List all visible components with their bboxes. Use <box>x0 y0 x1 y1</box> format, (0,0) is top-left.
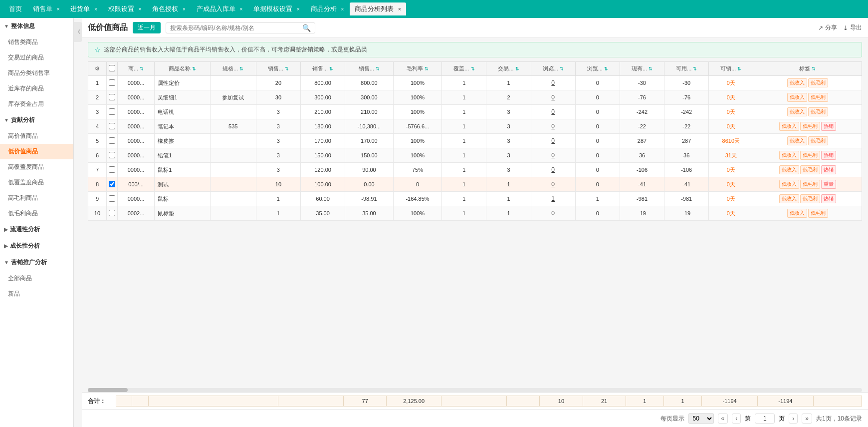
close-icon[interactable]: × <box>398 6 401 12</box>
qty-column-header[interactable]: 销售... ⇅ <box>256 62 300 76</box>
nav-permissions[interactable]: 权限设置 × <box>103 2 146 15</box>
sellable-column-header[interactable]: 可销... ⇅ <box>709 62 753 76</box>
browse-link[interactable]: 0 <box>551 137 555 144</box>
browse1-column-header[interactable]: 浏览... ⇅ <box>531 62 575 76</box>
margin-column-header[interactable]: 毛利率 ⇅ <box>393 62 442 76</box>
close-icon[interactable]: × <box>341 6 344 12</box>
prev-page-button[interactable]: ‹ <box>732 414 741 424</box>
row-checkbox[interactable] <box>109 181 115 187</box>
sidebar-item-stock-funds[interactable]: 库存资金占用 <box>0 96 73 112</box>
sidebar-collapse-button[interactable]: 《 <box>74 22 82 42</box>
browse-link[interactable]: 0 <box>551 123 555 130</box>
close-icon[interactable]: × <box>183 6 186 12</box>
row-browse1[interactable]: 0 <box>531 163 575 177</box>
close-icon[interactable]: × <box>297 6 300 12</box>
coverage-column-header[interactable]: 覆盖... ⇅ <box>442 62 486 76</box>
row-browse1[interactable]: 1 <box>531 192 575 206</box>
price-column-header[interactable]: 销售... ⇅ <box>301 62 345 76</box>
sidebar-item-sales-goods[interactable]: 销售类商品 <box>0 34 73 50</box>
sidebar-item-low-coverage[interactable]: 低覆盖度商品 <box>0 175 73 190</box>
sidebar-item-high-value[interactable]: 高价值商品 <box>0 128 73 144</box>
browse-link[interactable]: 0 <box>551 94 555 101</box>
browse-link[interactable]: 0 <box>551 210 555 217</box>
settings-column-header[interactable]: ⚙ <box>88 62 107 76</box>
spec-column-header[interactable]: 规格... ⇅ <box>210 62 256 76</box>
row-checkbox-cell[interactable] <box>106 192 117 206</box>
row-checkbox-cell[interactable] <box>106 134 117 148</box>
row-checkbox[interactable] <box>109 166 115 173</box>
select-all-checkbox[interactable] <box>109 65 115 71</box>
sidebar-item-all-goods[interactable]: 全部商品 <box>0 271 73 286</box>
row-checkbox[interactable] <box>109 195 115 202</box>
last-page-button[interactable]: » <box>802 414 812 424</box>
nav-goods-analysis-list[interactable]: 商品分析列表 × <box>350 2 406 15</box>
row-checkbox-cell[interactable] <box>106 177 117 192</box>
row-checkbox[interactable] <box>109 123 115 129</box>
close-icon[interactable]: × <box>240 6 243 12</box>
row-checkbox[interactable] <box>109 108 115 115</box>
row-checkbox-cell[interactable] <box>106 163 117 177</box>
row-browse1[interactable]: 0 <box>531 90 575 105</box>
sidebar-item-low-value[interactable]: 低价值商品 <box>0 144 73 159</box>
row-checkbox[interactable] <box>109 94 115 100</box>
row-checkbox-cell[interactable] <box>106 76 117 90</box>
row-browse1[interactable]: 0 <box>531 105 575 119</box>
sidebar-item-low-stock[interactable]: 近库存的商品 <box>0 81 73 96</box>
sidebar-group-contribution[interactable]: ▼ 贡献分析 <box>0 112 73 128</box>
search-icon[interactable]: 🔍 <box>302 24 311 32</box>
sidebar-item-high-coverage[interactable]: 高覆盖度商品 <box>0 159 73 175</box>
row-checkbox[interactable] <box>109 210 115 216</box>
page-size-select[interactable]: 50 100 200 <box>688 413 714 424</box>
row-checkbox-cell[interactable] <box>106 90 117 105</box>
row-checkbox[interactable] <box>109 137 115 144</box>
nav-purchase[interactable]: 进货单 × <box>65 2 102 15</box>
row-checkbox[interactable] <box>109 152 115 158</box>
name-column-header[interactable]: 商品名称 ⇅ <box>155 62 210 76</box>
sidebar-group-marketing[interactable]: ▼ 营销推广分析 <box>0 254 73 271</box>
sidebar-item-category-sales[interactable]: 商品分类销售率 <box>0 65 73 81</box>
horizontal-scrollbar[interactable] <box>88 388 862 392</box>
available-column-header[interactable]: 可用... ⇅ <box>664 62 709 76</box>
nav-roles[interactable]: 角色授权 × <box>147 2 190 15</box>
browse-link[interactable]: 0 <box>551 166 555 173</box>
close-icon[interactable]: × <box>57 6 60 12</box>
row-browse1[interactable]: 0 <box>531 148 575 163</box>
row-checkbox-cell[interactable] <box>106 105 117 119</box>
row-browse1[interactable]: 0 <box>531 76 575 90</box>
nav-sales[interactable]: 销售单 × <box>28 2 64 15</box>
current-column-header[interactable]: 现有... ⇅ <box>620 62 664 76</box>
tags-column-header[interactable]: 标签 ⇅ <box>753 62 862 76</box>
nav-goods-analysis[interactable]: 商品分析 × <box>306 2 349 15</box>
row-checkbox-cell[interactable] <box>106 206 117 221</box>
share-button[interactable]: ↗ 分享 <box>818 23 837 32</box>
sidebar-item-traded-goods[interactable]: 交易过的商品 <box>0 50 73 65</box>
row-checkbox[interactable] <box>109 79 115 86</box>
checkbox-column-header[interactable] <box>106 62 117 76</box>
sidebar-group-overall[interactable]: ▼ 整体信息 <box>0 18 73 34</box>
code-column-header[interactable]: 商... ⇅ <box>117 62 154 76</box>
nav-products[interactable]: 产成品入库单 × <box>192 2 247 15</box>
row-browse1[interactable]: 0 <box>531 134 575 148</box>
sidebar-group-circulation[interactable]: ▶ 流通性分析 <box>0 221 73 238</box>
browse2-column-header[interactable]: 浏览... ⇅ <box>575 62 620 76</box>
row-browse1[interactable]: 0 <box>531 177 575 192</box>
sidebar-item-new-goods[interactable]: 新品 <box>0 286 73 302</box>
row-checkbox-cell[interactable] <box>106 119 117 134</box>
scrollbar-thumb[interactable] <box>88 388 128 392</box>
first-page-button[interactable]: « <box>718 414 728 424</box>
page-number-input[interactable] <box>755 414 775 424</box>
close-icon[interactable]: × <box>139 6 142 12</box>
transaction-column-header[interactable]: 交易... ⇅ <box>486 62 531 76</box>
sidebar-item-low-margin[interactable]: 低毛利商品 <box>0 206 73 221</box>
amt-column-header[interactable]: 销售... ⇅ <box>345 62 394 76</box>
next-page-button[interactable]: › <box>789 414 798 424</box>
sidebar-group-growth[interactable]: ▶ 成长性分析 <box>0 238 73 254</box>
browse-link[interactable]: 1 <box>551 195 555 202</box>
nav-template[interactable]: 单据模板设置 × <box>248 2 304 15</box>
close-icon[interactable]: × <box>94 6 97 12</box>
browse-link[interactable]: 0 <box>551 181 555 188</box>
export-button[interactable]: ⤓ 导出 <box>843 23 862 32</box>
time-filter-button[interactable]: 近一月 <box>133 22 161 33</box>
row-checkbox-cell[interactable] <box>106 148 117 163</box>
browse-link[interactable]: 0 <box>551 108 555 115</box>
